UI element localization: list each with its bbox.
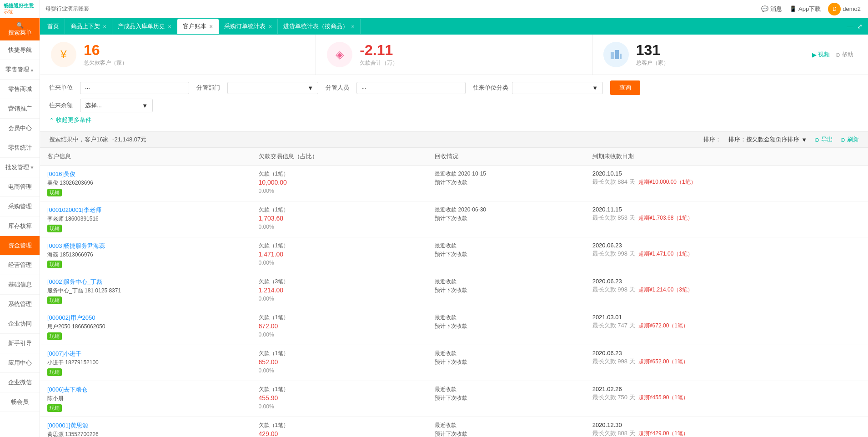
balance-select[interactable]: 选择... ▼: [80, 99, 153, 112]
tab-close-icon2[interactable]: ✕: [168, 24, 171, 29]
main-layout: 🔍 搜索菜单 快捷导航 零售管理▲ 零售商城 营销推广 会员中心 零售统计 批发…: [0, 18, 868, 437]
filter-row-1: 往来单位 ··· 分管部门 ▼ 分管人员: [49, 80, 859, 95]
customer-phone-6: 陈小册: [47, 395, 244, 402]
debt-amount-4[interactable]: 672.00: [259, 322, 421, 330]
sidebar-item-enterprise-collab[interactable]: 企业协同: [0, 314, 40, 334]
help-btn[interactable]: ⊙ 帮助: [835, 50, 853, 59]
tab-purchase-stats[interactable]: 进货单统计表（按商品） ✕: [278, 19, 361, 34]
overdue-days-6: 最长欠款 750 天 超期¥455.90（1笔）: [592, 393, 861, 402]
debt-amount-1[interactable]: 1,703.68: [259, 215, 421, 222]
customer-name-7[interactable]: [000001]黄思源: [47, 422, 244, 430]
search-button[interactable]: 查询: [610, 80, 640, 95]
overdue-amount-3[interactable]: 超期¥1,214.00（3笔）: [638, 286, 693, 293]
cell-due-date-4: 2021.03.01 最长欠款 747 天 超期¥672.00（1笔）: [585, 309, 868, 345]
tab-home[interactable]: 首页: [42, 19, 65, 34]
sidebar-item-inventory[interactable]: 库存核算: [0, 216, 40, 236]
debt-amount-7[interactable]: 429.00: [259, 430, 421, 437]
tab-close-icon5[interactable]: ✕: [351, 24, 355, 29]
col-header-receivable: 回收情况: [427, 148, 585, 166]
sidebar-item-system[interactable]: 系统管理: [0, 295, 40, 314]
sidebar-item-marketing[interactable]: 营销推广: [0, 99, 40, 119]
overdue-amount-4[interactable]: 超期¥672.00（1笔）: [638, 322, 688, 329]
customer-name-5[interactable]: [0007]小进干: [47, 350, 244, 358]
vendor-input[interactable]: ···: [80, 82, 189, 94]
table-row: [0007]小进干 小进干 18279152100 现销 欠款（1笔） 652.…: [40, 345, 868, 381]
next-receive-6: 预计下次收款: [435, 394, 577, 402]
dept-select[interactable]: ▼: [227, 82, 318, 94]
system-name: 母婴行业演示账套: [40, 5, 95, 13]
cell-debt-3: 欠款（3笔） 1,214.00 0.00%: [251, 273, 428, 309]
message-btn[interactable]: 💬 消息: [761, 5, 782, 13]
sort-select[interactable]: 排序：按欠款金额倒序排序 ▼: [728, 136, 807, 144]
sidebar-item-app-center[interactable]: 应用中心: [0, 353, 40, 373]
debt-amount-5[interactable]: 652.00: [259, 358, 421, 366]
tab-finished-goods-label: 产成品入库单历史: [118, 22, 165, 30]
sidebar-item-retail-stats[interactable]: 零售统计: [0, 138, 40, 158]
sidebar-item-newbie[interactable]: 新手引导: [0, 334, 40, 353]
debt-amount-6[interactable]: 455.90: [259, 394, 421, 402]
overdue-amount-0[interactable]: 超期¥10,000.00（1笔）: [638, 179, 696, 185]
overdue-amount-2[interactable]: 超期¥1,471.00（1笔）: [638, 251, 693, 257]
overdue-amount-7[interactable]: 超期¥429.00（1笔）: [638, 430, 688, 437]
user-menu[interactable]: D demo2: [828, 3, 861, 15]
manager-placeholder: ···: [361, 85, 366, 91]
customer-name-3[interactable]: [0002]服务中心_丁磊: [47, 278, 244, 286]
debt-amount-3[interactable]: 1,214.00: [259, 286, 421, 294]
sidebar-search[interactable]: 🔍 搜索菜单: [0, 18, 40, 40]
sidebar-item-ecommerce[interactable]: 电商管理: [0, 177, 40, 197]
overdue-amount-6[interactable]: 超期¥455.90（1笔）: [638, 394, 688, 401]
stats-bar: ¥ 16 总欠款客户（家） ◈ -2.11 欠款合计（万）: [40, 35, 868, 75]
tab-close-icon3[interactable]: ✕: [209, 24, 213, 29]
tab-maximize-btn[interactable]: ⤢: [857, 23, 863, 30]
customer-name-6[interactable]: [0006]去下粮仓: [47, 386, 244, 394]
customer-name-2[interactable]: [0003]畅捷服务尹海蕊: [47, 242, 244, 250]
tab-bar: 首页 商品上下架 ✕ 产成品入库单历史 ✕ 客户账本 ✕ 采购订单统计表 ✕ 进…: [40, 18, 868, 35]
export-icon: ⊙: [814, 136, 819, 143]
last-receive-2: 最近收款: [435, 242, 577, 250]
sidebar-item-wholesale[interactable]: 批发管理▼: [0, 158, 40, 177]
tab-home-label: 首页: [47, 22, 59, 30]
table-row: [0003]畅捷服务尹海蕊 海蕊 18513066976 现销 欠款（1笔） 1…: [40, 237, 868, 273]
cell-debt-5: 欠款（1笔） 652.00 0.00%: [251, 345, 428, 381]
collapse-btn[interactable]: ⌃ 收起更多条件: [49, 116, 859, 124]
sidebar-item-basic-info[interactable]: 基础信息: [0, 275, 40, 295]
customer-name-1[interactable]: [0001020001]李老师: [47, 206, 244, 214]
category-select[interactable]: ▼: [512, 82, 603, 94]
sidebar-item-quick-nav[interactable]: 快捷导航: [0, 40, 40, 60]
app-download-btn[interactable]: 📱 App下载: [789, 5, 821, 13]
overdue-amount-1[interactable]: 超期¥1,703.68（1笔）: [638, 215, 693, 221]
tab-purchase-order-label: 采购订单统计表: [224, 22, 266, 30]
last-receive-4: 最近收款: [435, 314, 577, 321]
sidebar-item-retail-mgmt[interactable]: 零售管理▲: [0, 60, 40, 80]
debt-amount-2[interactable]: 1,471.00: [259, 251, 421, 258]
sidebar-item-chang-member[interactable]: 畅会员: [0, 392, 40, 412]
manager-input[interactable]: ···: [356, 82, 466, 94]
customer-name-0[interactable]: [0016]吴俊: [47, 170, 244, 178]
cell-customer-4: [000002]用户2050 用户2050 18665062050 现销: [40, 309, 251, 345]
cell-receivable-5: 最近收款 预计下次收款: [427, 345, 585, 381]
debt-amount-0[interactable]: 10,000.00: [259, 179, 421, 186]
export-btn[interactable]: ⊙ 导出: [814, 136, 833, 144]
view-btn[interactable]: ▶ 视频: [812, 50, 830, 59]
tab-purchase-order[interactable]: 采购订单统计表 ✕: [219, 19, 278, 34]
tab-close-icon[interactable]: ✕: [103, 24, 106, 29]
refresh-btn[interactable]: ⊙ 刷新: [840, 136, 859, 144]
tab-customer-ledger[interactable]: 客户账本 ✕: [177, 19, 219, 34]
sidebar-item-member[interactable]: 会员中心: [0, 119, 40, 138]
stat-card-debt-amount: ◈ -2.11 欠款合计（万）: [316, 35, 592, 75]
tab-finished-goods[interactable]: 产成品入库单历史 ✕: [112, 19, 177, 34]
sidebar-item-purchase[interactable]: 采购管理: [0, 197, 40, 216]
page-content: ¥ 16 总欠款客户（家） ◈ -2.11 欠款合计（万）: [40, 35, 868, 437]
customer-name-4[interactable]: [000002]用户2050: [47, 314, 244, 322]
tab-product-listing[interactable]: 商品上下架 ✕: [65, 19, 112, 34]
overdue-amount-5[interactable]: 超期¥652.00（1笔）: [638, 358, 688, 365]
sidebar-item-operations[interactable]: 经营管理: [0, 256, 40, 275]
next-receive-3: 预计下次收款: [435, 286, 577, 294]
sidebar-item-enterprise-wechat[interactable]: 企业微信: [0, 373, 40, 392]
tab-close-icon4[interactable]: ✕: [268, 24, 272, 29]
customer-tag-3: 现销: [47, 296, 62, 304]
tab-minimize-btn[interactable]: —: [847, 23, 853, 30]
sidebar-item-retail-mall[interactable]: 零售商城: [0, 80, 40, 99]
filter-vendor: 往来单位 ···: [49, 82, 189, 94]
sidebar-item-finance[interactable]: 资金管理: [0, 236, 40, 256]
